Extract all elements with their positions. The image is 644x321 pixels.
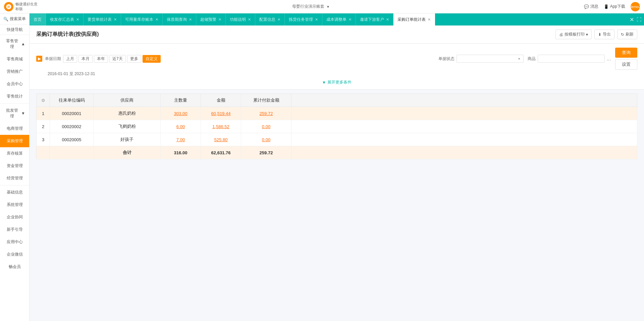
sidebar-item-member[interactable]: 会员中心 — [0, 78, 29, 90]
sidebar-item-member2[interactable]: 畅会员 — [0, 261, 29, 273]
sidebar-item-wholesale[interactable]: 批发管理 ▼ — [0, 104, 29, 122]
date-btn-more[interactable]: 更多 — [127, 55, 141, 63]
sidebar-item-finance[interactable]: 资金管理 — [0, 160, 29, 172]
tab-close-goods-stats[interactable]: ✕ — [114, 17, 117, 22]
date-btn-this-month[interactable]: 本月 — [78, 55, 93, 63]
action-buttons: 查询 设置 — [615, 48, 637, 70]
query-button[interactable]: 查询 — [615, 48, 637, 58]
tab-close-invite-downstream[interactable]: ✕ — [386, 17, 389, 22]
tab-close-config-info[interactable]: ✕ — [277, 17, 280, 22]
sidebar-quick-nav[interactable]: 快捷导航 — [0, 25, 29, 35]
tab-purchase-stats[interactable]: 采购订单统计表 ✕ — [393, 13, 435, 25]
cell-qty-2: 7.00 — [161, 133, 201, 146]
footer-empty-3 — [291, 146, 637, 159]
tab-close-purchase-stats[interactable]: ✕ — [428, 17, 431, 22]
refresh-icon: ↻ — [621, 32, 624, 37]
tab-expiry-query[interactable]: 保质期查询 ✕ — [163, 13, 196, 25]
top-bar: 好 畅捷通好生意 标版 母婴行业演示账套 ▾ 💬 消息 📱 App下载 demo… — [0, 0, 644, 13]
sidebar-item-retail-shop[interactable]: 零售商城 — [0, 53, 29, 65]
top-bar-left: 好 畅捷通好生意 标版 — [4, 2, 38, 11]
cell-amount-1: 1,586.52 — [201, 120, 241, 133]
app-download-btn[interactable]: 📱 App下载 — [604, 4, 625, 9]
footer-row: 合计 316.00 62,631.76 259.72 — [37, 146, 637, 159]
tab-func-desc[interactable]: 功能说明 ✕ — [226, 13, 255, 25]
sidebar-search[interactable]: 🔍 搜索菜单 — [0, 13, 29, 25]
tab-close-collect-pay[interactable]: ✕ — [76, 17, 79, 22]
sidebar-item-purchase[interactable]: 采购管理 — [0, 135, 29, 147]
tab-close-overstock[interactable]: ✕ — [218, 17, 221, 22]
user-area[interactable]: demo2 — [631, 2, 640, 11]
th-paid: 累计付款金额 — [241, 94, 291, 107]
th-empty — [291, 94, 637, 107]
goods-input[interactable] — [538, 55, 605, 63]
message-btn[interactable]: 💬 消息 — [584, 4, 598, 9]
date-btn-last-month[interactable]: 上月 — [63, 55, 77, 63]
tab-goods-stats[interactable]: 要货单统计表 ✕ — [84, 13, 121, 25]
logo-text: 畅捷通好生意 标版 — [15, 2, 38, 11]
tab-home[interactable]: 首页 — [30, 13, 46, 25]
tab-close-pick-task[interactable]: ✕ — [315, 17, 318, 22]
tab-maximize-icon[interactable]: ⛶ — [637, 17, 641, 22]
settings-button[interactable]: 设置 — [615, 59, 637, 70]
cell-code-0: 00020001 — [50, 107, 94, 120]
sidebar-item-basic[interactable]: 基础信息 — [0, 186, 29, 199]
print-button[interactable]: 🖨 按模板打印 ▾ — [555, 30, 592, 39]
cell-no-0: 1 — [37, 107, 50, 120]
th-qty: 主数量 — [161, 94, 201, 107]
tab-bar-end: ✕ ⛶ — [627, 13, 644, 25]
export-button[interactable]: ⬇ 导出 — [594, 30, 614, 39]
sidebar-item-retail-stats[interactable]: 零售统计 — [0, 90, 29, 103]
tab-close-expiry-query[interactable]: ✕ — [189, 17, 192, 22]
tab-cost-adjust[interactable]: 成本调整单 ✕ — [322, 13, 356, 25]
workspace-selector[interactable]: 母婴行业演示账套 ▾ — [292, 4, 329, 9]
tab-close-all-icon[interactable]: ✕ — [630, 16, 634, 23]
tab-pick-task[interactable]: 拣货任务管理 ✕ — [285, 13, 322, 25]
sidebar-item-operations[interactable]: 经营管理 — [0, 172, 29, 184]
cell-code-1: 00020002 — [50, 120, 94, 133]
sidebar-divider-1 — [0, 103, 29, 104]
message-icon: 💬 — [584, 4, 589, 9]
expand-more-btn[interactable]: ▼ 展开更多条件 — [36, 79, 637, 85]
sidebar-item-newbie[interactable]: 新手引导 — [0, 223, 29, 236]
tab-close-func-desc[interactable]: ✕ — [248, 17, 251, 22]
tab-overstock[interactable]: 超储预警 ✕ — [196, 13, 226, 25]
expand-more-icon: ▼ — [322, 80, 326, 85]
cell-supplier-0: 惠氏奶粉 — [94, 107, 161, 120]
date-btn-7days[interactable]: 近7天 — [109, 55, 126, 63]
goods-ellipsis-btn[interactable]: ... — [607, 56, 611, 62]
sidebar-item-collab[interactable]: 企业协同 — [0, 211, 29, 223]
tab-config-info[interactable]: 配置信息 ✕ — [255, 13, 285, 25]
goods-label: 商品 — [528, 56, 536, 62]
sidebar-item-wechat[interactable]: 企业微信 — [0, 248, 29, 261]
filter-expand-btn[interactable]: ▶ — [36, 56, 42, 62]
tab-close-cost-adjust[interactable]: ✕ — [348, 17, 352, 22]
footer-amount: 62,631.76 — [201, 146, 241, 159]
sidebar-item-system[interactable]: 系统管理 — [0, 199, 29, 211]
table-row: 1 00020001 惠氏奶粉 303.00 60,519.44 259.72 — [37, 107, 637, 120]
tab-invite-downstream[interactable]: 邀请下游客户 ✕ — [356, 13, 393, 25]
cell-qty-1: 6.00 — [161, 120, 201, 133]
cell-supplier-2: 好孩子 — [94, 133, 161, 146]
refresh-button[interactable]: ↻ 刷新 — [617, 30, 637, 39]
cell-empty-1 — [291, 120, 637, 133]
th-amount: 金额 — [201, 94, 241, 107]
main-wrapper: 🔍 搜索菜单 快捷导航 零售管理 ▲ 零售商城 营销推广 会员中心 零售统计 批… — [0, 13, 644, 321]
cell-no-2: 3 — [37, 133, 50, 146]
column-settings-icon[interactable]: ⚙ — [41, 98, 45, 103]
status-select[interactable] — [457, 55, 524, 63]
cell-amount-0: 60,519.44 — [201, 107, 241, 120]
sidebar-item-inventory[interactable]: 库存核算 — [0, 147, 29, 160]
workspace-label: 母婴行业演示账套 — [292, 4, 324, 9]
sidebar-item-retail[interactable]: 零售管理 ▲ — [0, 35, 29, 53]
tab-close-inventory-book[interactable]: ✕ — [155, 17, 158, 22]
date-btn-this-year[interactable]: 本年 — [94, 55, 108, 63]
sidebar-item-app-center[interactable]: 应用中心 — [0, 236, 29, 248]
tab-collect-pay[interactable]: 收发存汇总表 ✕ — [46, 13, 84, 25]
sidebar-divider-2 — [0, 185, 29, 185]
sidebar-item-ecommerce[interactable]: 电商管理 — [0, 122, 29, 135]
tab-inventory-book[interactable]: 可用量库存账本 ✕ — [121, 13, 163, 25]
footer-paid: 259.72 — [241, 146, 291, 159]
sidebar-item-marketing[interactable]: 营销推广 — [0, 65, 29, 78]
export-icon: ⬇ — [598, 32, 601, 37]
date-btn-custom[interactable]: 自定义 — [143, 55, 161, 63]
